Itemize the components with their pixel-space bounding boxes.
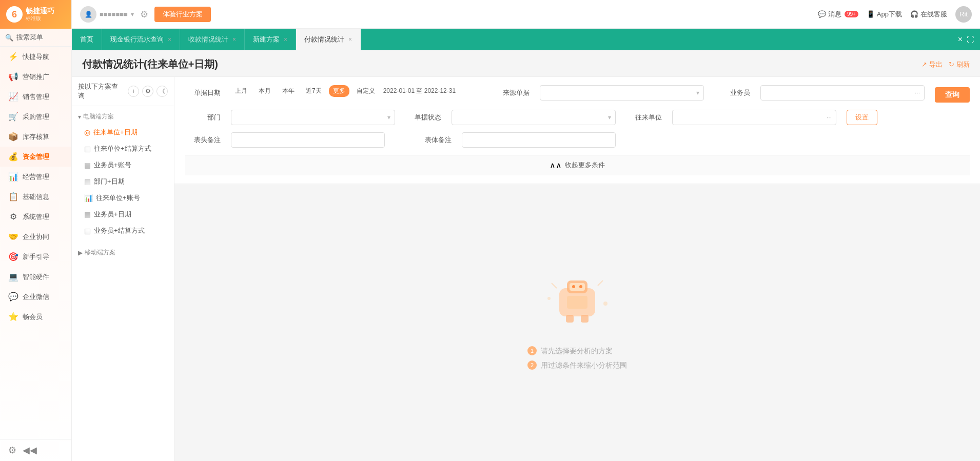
mobile-section-title-label: 移动端方案	[85, 248, 115, 257]
nav-item-hardware[interactable]: 💻 智能硬件	[0, 267, 71, 287]
collapse-arrows-icon: 《	[159, 87, 165, 96]
staff-select[interactable]: ···	[760, 85, 925, 101]
date-btn-this-month[interactable]: 本月	[254, 85, 275, 97]
scheme-icon-staff-date: ▦	[84, 210, 91, 218]
scheme-icon-partner-account: 📊	[84, 194, 93, 202]
refresh-icon: ↻	[949, 61, 954, 68]
panel-header: 按以下方案查询 + ⚙ 《	[72, 77, 174, 106]
nav-icon-collab: 🤝	[8, 232, 18, 242]
search-menu[interactable]: 🔍 搜索菜单	[0, 29, 71, 47]
date-btn-custom[interactable]: 自定义	[352, 85, 379, 97]
scheme-item-partner-date[interactable]: ◎ 往来单位+日期	[72, 124, 174, 141]
export-button[interactable]: ↗ 导出	[922, 60, 943, 69]
collapse-more-btn[interactable]: ∧∧ 收起更多条件	[185, 155, 970, 175]
scheme-item-dept-date[interactable]: ▦ 部门+日期	[72, 173, 174, 190]
scheme-label-dept-date: 部门+日期	[94, 177, 125, 186]
scheme-settings-button[interactable]: ⚙	[142, 86, 153, 97]
head-note-input[interactable]	[231, 132, 385, 148]
tab-bank-flow-close[interactable]: ×	[168, 36, 171, 43]
scheme-item-partner-settle[interactable]: ▦ 往来单位+结算方式	[72, 141, 174, 157]
nav-item-operation[interactable]: 📊 经营管理	[0, 167, 71, 187]
gear-small-icon: ⚙	[145, 88, 151, 95]
sidebar-footer: ⚙ ◀◀	[0, 439, 71, 461]
nav-item-marketing[interactable]: 📢 营销推广	[0, 67, 71, 87]
filter-area: 单据日期 上月 本月 本年 近7天 更多 自定义 2022-01-01 至 20…	[174, 77, 980, 184]
refresh-button[interactable]: ↻ 刷新	[949, 60, 970, 69]
scheme-item-staff-settle[interactable]: ▦ 业务员+结算方式	[72, 223, 174, 239]
online-service-label: 在线客服	[920, 10, 947, 19]
nav-item-member[interactable]: ⭐ 畅会员	[0, 307, 71, 327]
partner-select[interactable]: ···	[672, 110, 836, 125]
nav-item-purchase[interactable]: 🛒 采购管理	[0, 107, 71, 127]
date-btn-last-month[interactable]: 上月	[231, 85, 251, 97]
nav-icon-sales: 📈	[8, 92, 18, 102]
export-icon: ↗	[922, 61, 927, 68]
app-download-btn[interactable]: 📱 App下载	[867, 10, 902, 19]
status-select[interactable]: ▾	[452, 110, 616, 125]
tab-receipt-stats[interactable]: 收款情况统计 ×	[180, 29, 245, 50]
tab-home[interactable]: 首页	[72, 29, 102, 50]
source-chevron: ▾	[696, 89, 699, 96]
scheme-label-staff-date: 业务员+日期	[94, 210, 131, 219]
app-download-label: App下载	[877, 10, 902, 19]
profile-name: ■■■■■■■	[100, 10, 128, 18]
date-btn-more[interactable]: 更多	[329, 85, 349, 97]
scheme-active-icon: ◎	[84, 128, 90, 136]
online-service-btn[interactable]: 🎧 在线客服	[910, 10, 947, 19]
source-select[interactable]: ▾	[540, 85, 704, 101]
nav-item-sales[interactable]: 📈 销售管理	[0, 87, 71, 107]
nav-item-wechat[interactable]: 💬 企业微信	[0, 287, 71, 307]
mobile-section-header[interactable]: ▶ 移动端方案	[72, 245, 174, 260]
tab-bank-flow[interactable]: 现金银行流水查询 ×	[102, 29, 180, 50]
profile-chevron[interactable]: ▾	[131, 11, 134, 18]
nav-icon-guide: 🎯	[8, 252, 18, 262]
dept-select[interactable]: ▾	[231, 110, 395, 125]
scheme-item-partner-account[interactable]: 📊 往来单位+账号	[72, 190, 174, 206]
collapse-chevron-icon: ∧∧	[550, 161, 562, 170]
trial-button[interactable]: 体验行业方案	[154, 7, 211, 22]
query-button[interactable]: 查询	[935, 87, 970, 103]
collapse-panel-button[interactable]: 《	[156, 86, 168, 97]
settings-bottom-icon[interactable]: ⚙	[8, 445, 16, 456]
scheme-item-staff-account[interactable]: ▦ 业务员+账号	[72, 157, 174, 173]
nav-item-quick-nav[interactable]: ⚡ 快捷导航	[0, 47, 71, 67]
add-scheme-button[interactable]: +	[128, 86, 139, 97]
tab-home-label: 首页	[80, 35, 93, 44]
nav-item-guide[interactable]: 🎯 新手引导	[0, 247, 71, 267]
body-note-input[interactable]	[462, 132, 616, 148]
topbar: 👤 ■■■■■■■ ▾ ⚙ 体验行业方案 💬 消息 99+ 📱 App下载 🎧 …	[72, 0, 980, 29]
user-avatar[interactable]: Rit	[955, 6, 972, 23]
tab-receipt-stats-close[interactable]: ×	[232, 36, 236, 43]
desktop-section-header[interactable]: ▾ 电脑端方案	[72, 109, 174, 124]
date-btn-7days[interactable]: 近7天	[302, 85, 326, 97]
profile-area: 👤 ■■■■■■■ ▾	[80, 6, 134, 23]
nav-icon-system: ⚙	[8, 212, 18, 222]
nav-item-system[interactable]: ⚙ 系统管理	[0, 207, 71, 227]
desktop-scheme-section: ▾ 电脑端方案 ◎ 往来单位+日期 ▦ 往来单位+结算方式 ▦ 业务员+账号 ▦	[72, 106, 174, 242]
status-chevron: ▾	[608, 114, 611, 121]
collapse-sidebar-icon[interactable]: ◀◀	[23, 445, 37, 456]
tab-payment-stats[interactable]: 付款情况统计 ×	[296, 29, 361, 50]
settings-topbar-icon[interactable]: ⚙	[140, 9, 148, 20]
query-section: 查询	[935, 85, 970, 103]
nav-item-basic[interactable]: 📋 基础信息	[0, 187, 71, 207]
nav-label-guide: 新手引导	[23, 252, 49, 262]
setting-button[interactable]: 设置	[847, 110, 877, 125]
headset-icon: 🎧	[910, 10, 918, 18]
nav-label-operation: 经营管理	[23, 172, 49, 182]
nav-label-purchase: 采购管理	[23, 112, 49, 122]
scheme-item-staff-date[interactable]: ▦ 业务员+日期	[72, 206, 174, 223]
svg-point-11	[603, 302, 607, 306]
nav-item-finance[interactable]: 💰 资金管理	[0, 147, 71, 167]
staff-filter-label: 业务员	[714, 85, 750, 97]
dept-chevron: ▾	[387, 114, 390, 121]
expand-icon[interactable]: ⛶	[967, 35, 974, 44]
nav-item-inventory[interactable]: 📦 库存核算	[0, 127, 71, 147]
nav-item-collab[interactable]: 🤝 企业协同	[0, 227, 71, 247]
date-btn-this-year[interactable]: 本年	[278, 85, 299, 97]
tab-new-scheme[interactable]: 新建方案 ×	[245, 29, 296, 50]
notifications-btn[interactable]: 💬 消息 99+	[818, 10, 858, 19]
close-all-tabs-icon[interactable]: ×	[958, 35, 963, 44]
tab-payment-stats-close[interactable]: ×	[348, 36, 352, 43]
tab-new-scheme-close[interactable]: ×	[284, 36, 287, 43]
